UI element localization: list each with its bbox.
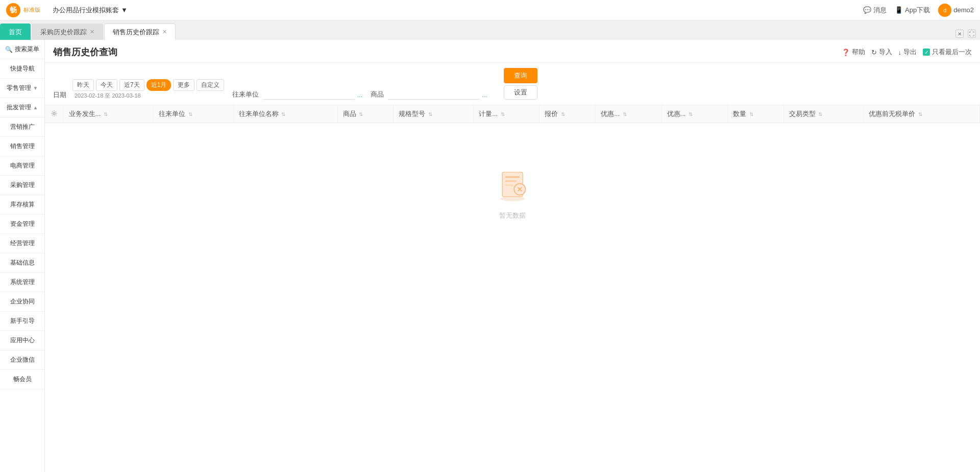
topbar-right: 💬 消息 📱 App下载 d demo2: [863, 4, 974, 17]
partner-dots-button[interactable]: ...: [357, 91, 362, 99]
message-icon: 💬: [863, 6, 871, 14]
empty-state-icon: [492, 164, 533, 205]
th-unit[interactable]: 计量... ⇅: [474, 105, 540, 123]
sidebar-item-shortcut[interactable]: 快捷导航: [0, 59, 44, 79]
th-spec[interactable]: 规格型号 ⇅: [394, 105, 474, 123]
partner-input[interactable]: [263, 89, 355, 100]
sidebar-wholesale-label: 批发管理: [7, 103, 31, 112]
sidebar-item-wholesale[interactable]: 批发管理 ▲: [0, 98, 44, 117]
th-partner-code[interactable]: 往来单位 ⇅: [153, 105, 233, 123]
search-icon: 🔍: [5, 46, 13, 53]
svg-rect-4: [505, 180, 517, 182]
th-biz-date-label: 业务发生...: [69, 110, 101, 117]
tab-home[interactable]: 首页: [0, 23, 31, 40]
table-container: 业务发生... ⇅ 往来单位 ⇅ 往来单位名称 ⇅ 商品: [45, 105, 980, 472]
app-selector[interactable]: 办公用品行业模拟账套 ▼: [53, 6, 128, 15]
only-last-checkbox-group[interactable]: ✓ 只看最后一次: [923, 48, 972, 57]
main-layout: 🔍 搜索菜单 快捷导航 零售管理 ▼ 批发管理 ▲ 营销推广 销售管理 电商管理…: [0, 40, 980, 472]
empty-state: 暂无数据: [45, 123, 980, 261]
avatar: d: [938, 4, 951, 17]
sidebar-item-purchase-mgmt[interactable]: 采购管理: [0, 176, 44, 195]
tab-purchase[interactable]: 采购历史价跟踪 ✕: [32, 23, 103, 40]
sidebar-item-system[interactable]: 系统管理: [0, 273, 44, 292]
sidebar-item-inventory[interactable]: 库存核算: [0, 195, 44, 215]
sidebar-item-wechat[interactable]: 企业微信: [0, 350, 44, 370]
message-label: 消息: [873, 6, 887, 15]
export-label: 导出: [903, 48, 917, 57]
th-trade-type[interactable]: 交易类型 ⇅: [783, 105, 864, 123]
export-button[interactable]: ↓ 导出: [898, 48, 917, 57]
topbar: 畅 标准版 办公用品行业模拟账套 ▼ 💬 消息 📱 App下载 d demo2: [0, 0, 980, 20]
sidebar-item-guide[interactable]: 新手引导: [0, 312, 44, 331]
partner-filter-group: 往来单位 ...: [232, 89, 362, 100]
th-discount2-label: 优惠...: [667, 110, 686, 117]
tab-home-label: 首页: [9, 28, 22, 37]
th-qty[interactable]: 数量 ⇅: [727, 105, 783, 123]
user-menu[interactable]: d demo2: [938, 4, 974, 17]
only-last-checkbox[interactable]: ✓: [923, 49, 930, 56]
message-button[interactable]: 💬 消息: [863, 6, 887, 15]
product-filter-group: 商品 ...: [371, 89, 487, 100]
th-discount2[interactable]: 优惠... ⇅: [662, 105, 727, 123]
tab-sales-close[interactable]: ✕: [162, 29, 167, 35]
help-button[interactable]: ❓ 帮助: [842, 48, 865, 57]
sidebar-item-operations[interactable]: 经营管理: [0, 234, 44, 253]
sidebar-item-vip[interactable]: 畅会员: [0, 370, 44, 389]
sidebar-operations-label: 经营管理: [10, 239, 35, 248]
th-discount1[interactable]: 优惠... ⇅: [596, 105, 662, 123]
th-partner-name[interactable]: 往来单位名称 ⇅: [233, 105, 337, 123]
date-btn-yesterday[interactable]: 昨天: [72, 79, 94, 91]
svg-point-1: [500, 196, 525, 201]
logo-text: 标准版: [23, 7, 40, 13]
th-qty-label: 数量: [733, 110, 746, 117]
tab-sales[interactable]: 销售历史价跟踪 ✕: [104, 23, 176, 40]
page-actions: ❓ 帮助 ↻ 导入 ↓ 导出 ✓ 只看最后一次: [842, 48, 972, 57]
sidebar-item-search[interactable]: 🔍 搜索菜单: [0, 40, 44, 59]
th-product[interactable]: 商品 ⇅: [337, 105, 394, 123]
th-unit-label: 计量...: [479, 110, 498, 117]
chevron-up-icon: ▲: [33, 105, 38, 110]
th-pretax-price[interactable]: 优惠前无税单价 ⇅: [864, 105, 980, 123]
app-download-label: App下载: [905, 6, 930, 15]
date-btn-7days[interactable]: 近7天: [119, 79, 144, 91]
date-btn-1month[interactable]: 近1月: [146, 79, 172, 91]
sort-arrows-pretax-price: ⇅: [918, 111, 922, 117]
setting-button[interactable]: 设置: [504, 85, 537, 100]
app-download-button[interactable]: 📱 App下载: [895, 6, 930, 15]
th-discount1-label: 优惠...: [601, 110, 620, 117]
tab-purchase-close[interactable]: ✕: [90, 29, 94, 35]
sidebar-item-retail[interactable]: 零售管理 ▼: [0, 79, 44, 98]
th-biz-date[interactable]: 业务发生... ⇅: [63, 105, 153, 123]
window-controls: ✕ ⛶: [955, 30, 980, 40]
date-btn-today[interactable]: 今天: [96, 79, 117, 91]
sidebar-item-basic[interactable]: 基础信息: [0, 253, 44, 273]
product-dots-button[interactable]: ...: [482, 91, 487, 99]
date-btn-more[interactable]: 更多: [173, 79, 194, 91]
sidebar-retail-label: 零售管理: [7, 84, 31, 92]
import-button[interactable]: ↻ 导入: [871, 48, 892, 57]
th-spec-label: 规格型号: [399, 110, 425, 117]
query-button[interactable]: 查询: [504, 68, 537, 83]
product-input[interactable]: [388, 89, 480, 100]
sort-arrows-biz-date: ⇅: [104, 111, 108, 117]
sidebar-item-enterprise[interactable]: 企业协同: [0, 292, 44, 312]
sidebar-item-ecommerce[interactable]: 电商管理: [0, 156, 44, 176]
sidebar-item-finance[interactable]: 资金管理: [0, 215, 44, 234]
content-area: 销售历史价查询 ❓ 帮助 ↻ 导入 ↓ 导出 ✓ 只看最后一次: [45, 40, 980, 472]
maximize-button[interactable]: ⛶: [968, 30, 976, 38]
th-gear[interactable]: [45, 105, 63, 123]
only-last-label: 只看最后一次: [932, 48, 972, 57]
date-btn-custom[interactable]: 自定义: [197, 79, 224, 91]
sidebar-item-sales-mgmt[interactable]: 销售管理: [0, 137, 44, 156]
minimize-button[interactable]: ✕: [955, 30, 964, 38]
th-partner-code-label: 往来单位: [159, 110, 185, 117]
import-icon: ↻: [871, 49, 877, 56]
sidebar-ecommerce-label: 电商管理: [10, 161, 35, 170]
sidebar-marketing-label: 营销推广: [10, 123, 35, 131]
table-header-row: 业务发生... ⇅ 往来单位 ⇅ 往来单位名称 ⇅ 商品: [45, 105, 980, 123]
sidebar-item-app-center[interactable]: 应用中心: [0, 331, 44, 350]
sidebar-item-marketing[interactable]: 营销推广: [0, 117, 44, 137]
app-name: 办公用品行业模拟账套: [53, 6, 119, 15]
sidebar-basic-label: 基础信息: [10, 258, 35, 267]
th-quote[interactable]: 报价 ⇅: [540, 105, 596, 123]
